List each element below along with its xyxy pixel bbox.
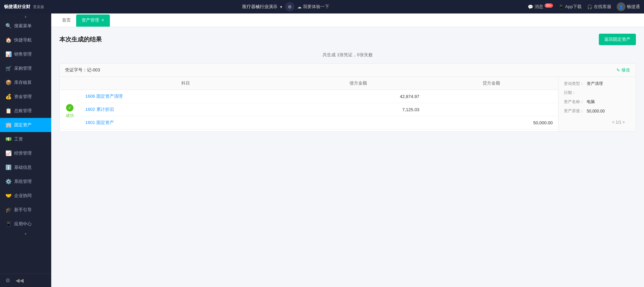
sidebar: ▲ 🔍 搜索菜单 🏠 快捷导航 📊 销售管理 🛒 采购管理 📦 库存核算 💰 资… [0, 13, 51, 287]
version-badge: 普及版 [33, 4, 44, 9]
user-action[interactable]: 👤 畅捷通 [617, 2, 640, 11]
status-label: 成功 [66, 113, 74, 119]
mobile-icon: 📱 [558, 4, 564, 9]
page-title: 本次生成的结果 [59, 35, 102, 43]
company-dropdown-arrow[interactable]: ▾ [280, 4, 282, 9]
ledger-icon: 📋 [5, 108, 11, 114]
sidebar-item-ledger[interactable]: 📋 总账管理 [0, 104, 51, 118]
sidebar-item-quick-nav[interactable]: 🏠 快捷导航 [0, 33, 51, 47]
main-layout: ▲ 🔍 搜索菜单 🏠 快捷导航 📊 销售管理 🛒 采购管理 📦 库存核算 💰 资… [0, 13, 644, 287]
debit-cell-2: 7,125.03 [292, 103, 425, 116]
payroll-icon: 💵 [5, 136, 11, 142]
avatar: 👤 [617, 2, 625, 11]
credit-cell-2 [425, 103, 558, 116]
content-area: 首页 资产管理 ✕ 本次生成的结果 返回固定资产 共生成 1张凭证，0张失败 凭… [51, 13, 644, 287]
voucher-table-area: 科目 借方金额 贷方金额 ✓ 成 [60, 77, 558, 131]
edit-icon: ✎ [616, 68, 620, 73]
sidebar-label-sales: 销售管理 [14, 51, 32, 57]
search-icon: 🔍 [5, 23, 11, 29]
service-icon: 🎧 [587, 4, 592, 9]
prev-page-icon[interactable]: < [612, 120, 615, 125]
user-name: 畅捷通 [627, 4, 640, 10]
sidebar-scroll-up[interactable]: ▲ [0, 13, 51, 19]
table-row: 1602 累计折旧 7,125.03 [60, 103, 558, 116]
purchase-icon: 🛒 [5, 65, 11, 71]
home-icon: 🏠 [5, 37, 11, 43]
sidebar-item-fixed-assets[interactable]: 🏢 固定资产 [0, 118, 51, 132]
experience-label: 我要体验一下 [303, 4, 329, 10]
subject-cell-3: 1601 固定资产 [80, 116, 292, 129]
system-icon: ⚙️ [5, 179, 11, 185]
sidebar-scroll-down[interactable]: ▼ [0, 231, 51, 236]
app-center-icon: 📱 [5, 221, 11, 227]
sidebar-label-payroll: 工资 [14, 136, 23, 142]
tabs-bar: 首页 资产管理 ✕ [51, 13, 644, 27]
sidebar-item-basic-info[interactable]: ℹ️ 基础信息 [0, 160, 51, 174]
sidebar-item-funds[interactable]: 💰 资金管理 [0, 90, 51, 104]
voucher-body: 科目 借方金额 贷方金额 ✓ 成 [60, 77, 636, 131]
sidebar-label-search: 搜索菜单 [14, 23, 32, 29]
voucher-section: 凭证字号：记-003 ✎ 修改 科目 [59, 63, 636, 132]
footer-settings-icon[interactable]: ⚙ [5, 277, 10, 284]
debit-cell-1: 42,874.97 [292, 90, 425, 103]
edit-button[interactable]: ✎ 修改 [616, 67, 630, 73]
message-action[interactable]: 💬 消息 99+ [528, 4, 553, 10]
th-debit: 借方金额 [292, 77, 425, 90]
side-pagination: < 1/1 > [564, 117, 630, 127]
message-badge: 99+ [545, 3, 553, 8]
app-download-label: App下载 [565, 4, 582, 10]
change-type-value: 资产清理 [587, 81, 603, 87]
operations-icon: 📈 [5, 150, 11, 156]
message-label: 消息 [534, 4, 543, 10]
success-circle-icon: ✓ [66, 104, 73, 111]
company-settings-icon[interactable]: ⚙ [285, 2, 295, 11]
customer-service-action[interactable]: 🎧 在线客服 [587, 4, 611, 10]
change-type-row: 变动类型： 资产清理 [564, 81, 630, 87]
sidebar-label-funds: 资金管理 [14, 94, 32, 100]
cloud-icon: ☁ [297, 4, 302, 9]
result-summary: 共生成 1张凭证，0张失败 [59, 52, 636, 58]
sidebar-item-enterprise[interactable]: 🤝 企业协同 [0, 189, 51, 203]
sidebar-item-system[interactable]: ⚙️ 系统管理 [0, 174, 51, 189]
asset-original-value: 50,000.00 [587, 109, 605, 114]
sidebar-label-enterprise: 企业协同 [14, 193, 32, 199]
subject-cell-1: 1606 固定资产清理 [80, 90, 292, 103]
sidebar-item-payroll[interactable]: 💵 工资 [0, 132, 51, 146]
customer-service-label: 在线客服 [594, 4, 611, 10]
th-status [60, 77, 80, 90]
app-download-action[interactable]: 📱 App下载 [558, 4, 582, 10]
tab-asset-mgmt[interactable]: 资产管理 ✕ [76, 14, 110, 27]
voucher-side-panel: 变动类型： 资产清理 日期： 资产名称： 电脑 资产原值： [558, 77, 636, 131]
sidebar-label-guide: 新手引导 [14, 207, 32, 213]
sidebar-item-guide[interactable]: 🎓 新手引导 [0, 203, 51, 217]
sidebar-item-operations[interactable]: 📈 经营管理 [0, 146, 51, 160]
sidebar-label-ledger: 总账管理 [14, 108, 32, 114]
page-content: 本次生成的结果 返回固定资产 共生成 1张凭证，0张失败 凭证字号：记-003 … [51, 27, 644, 287]
page-title-row: 本次生成的结果 返回固定资产 [59, 34, 636, 45]
asset-name-row: 资产名称： 电脑 [564, 99, 630, 105]
date-label: 日期： [564, 90, 576, 96]
next-page-icon[interactable]: > [622, 120, 625, 125]
footer-collapse-icon[interactable]: ◀◀ [16, 277, 24, 284]
debit-cell-3 [292, 116, 425, 129]
table-row: ✓ 成功 1606 固定资产清理 42,874.97 [60, 90, 558, 103]
tab-asset-mgmt-label: 资产管理 [82, 17, 99, 23]
sidebar-item-app-center[interactable]: 📱 应用中心 [0, 217, 51, 231]
sidebar-item-search[interactable]: 🔍 搜索菜单 [0, 19, 51, 33]
header-left: 畅捷通好业财 普及版 [4, 4, 44, 10]
tab-home-label: 首页 [62, 17, 71, 23]
sidebar-item-inventory[interactable]: 📦 库存核算 [0, 75, 51, 90]
sidebar-label-app-center: 应用中心 [14, 221, 32, 227]
experience-button[interactable]: ☁ 我要体验一下 [297, 4, 329, 10]
credit-cell-1 [425, 90, 558, 103]
tab-home[interactable]: 首页 [57, 14, 76, 27]
sidebar-item-sales[interactable]: 📊 销售管理 [0, 47, 51, 61]
funds-icon: 💰 [5, 94, 11, 100]
status-cell: ✓ 成功 [60, 90, 80, 129]
sidebar-item-purchase[interactable]: 🛒 采购管理 [0, 61, 51, 75]
voucher-table: 科目 借方金额 贷方金额 ✓ 成 [60, 77, 558, 129]
sidebar-label-basic-info: 基础信息 [14, 164, 32, 170]
tab-close-icon[interactable]: ✕ [101, 18, 104, 23]
return-button[interactable]: 返回固定资产 [599, 34, 636, 45]
sidebar-label-inventory: 库存核算 [14, 79, 32, 86]
